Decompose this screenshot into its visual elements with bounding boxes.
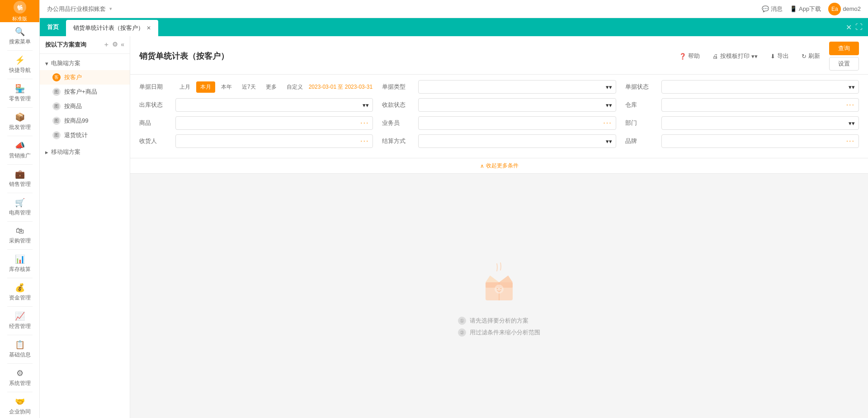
payment-status-label: 收款状态 xyxy=(382,101,418,109)
date-tab-last-month[interactable]: 上月 xyxy=(175,81,194,93)
sidebar-item-sales-mgmt[interactable]: 💼 销售管理 xyxy=(7,165,33,193)
sidebar-item-system-mgmt[interactable]: ⚙ 系统管理 xyxy=(7,364,33,392)
sidebar-item-operations-mgmt[interactable]: 📈 经营管理 xyxy=(7,307,33,335)
wholesale-mgmt-icon: 📦 xyxy=(15,112,25,122)
export-btn[interactable]: ⬇ 导出 xyxy=(767,50,793,62)
tree-item-return-stats[interactable]: 图 退货统计 xyxy=(40,128,130,142)
tab-bar-actions: ✕ ⛶ xyxy=(846,23,868,32)
date-tab-this-month[interactable]: 本月 xyxy=(196,81,215,93)
payment-status-select[interactable]: ▾ xyxy=(418,98,616,112)
sidebar-item-finance-mgmt[interactable]: 💰 资金管理 xyxy=(7,278,33,307)
date-tab-more[interactable]: 更多 xyxy=(262,81,281,93)
print-btn[interactable]: 🖨 按模板打印 ▾ xyxy=(709,50,761,62)
settings-btn[interactable]: 设置 xyxy=(829,57,859,71)
payment-status-arrow: ▾ xyxy=(606,102,612,109)
payment-status-control[interactable]: ▾ xyxy=(418,98,616,112)
sidebar-item-wholesale-mgmt[interactable]: 📦 批发管理 xyxy=(7,108,33,136)
delivery-status-select[interactable]: ▾ xyxy=(175,98,373,112)
enterprise-collab-label: 企业协同 xyxy=(9,408,31,416)
date-tab-this-year[interactable]: 本年 xyxy=(217,81,236,93)
query-btn[interactable]: 查询 xyxy=(829,42,859,55)
sidebar-item-purchase-mgmt[interactable]: 🛍 采购管理 xyxy=(7,222,33,250)
doc-type-control[interactable]: ▾ xyxy=(418,80,616,94)
filter-row-4: 收货人 ··· 结算方式 ▾ 品牌 xyxy=(139,134,859,148)
sidebar-item-quick-nav[interactable]: ⚡ 快捷导航 xyxy=(7,51,33,79)
product-input[interactable]: ··· xyxy=(175,116,373,130)
tree-item-by-customer[interactable]: 客 按客户 xyxy=(40,70,130,85)
salesperson-control[interactable]: ··· xyxy=(418,116,616,130)
sidebar-item-basic-info[interactable]: 📋 基础信息 xyxy=(7,335,33,364)
tree-items: 客 按客户 图 按客户+商品 图 按商品 图 按商品99 图 退货统计 xyxy=(40,70,130,142)
filter-area: 单据日期 上月 本月 本年 近7天 更多 自定义 2023-03-01 至 20… xyxy=(130,75,868,158)
sidebar: 畅 标准版 🔍 搜索菜单 ⚡ 快捷导航 🏪 零售管理 📦 批发管理 📣 营销推广… xyxy=(0,0,40,418)
purchase-mgmt-label: 采购管理 xyxy=(9,237,31,245)
breadcrumb-dropdown-icon[interactable] xyxy=(109,6,112,12)
doc-type-select[interactable]: ▾ xyxy=(418,80,616,94)
date-tab-custom[interactable]: 自定义 xyxy=(283,81,307,93)
doc-status-control[interactable]: ▾ xyxy=(661,80,859,94)
salesperson-input[interactable]: ··· xyxy=(418,116,616,130)
left-panel-title: 按以下方案查询 xyxy=(45,41,86,49)
sidebar-item-search-menu[interactable]: 🔍 搜索菜单 xyxy=(7,22,33,51)
consignee-control[interactable]: ··· xyxy=(175,134,373,148)
page-title-bar: 销货单统计表（按客户） ❓ 帮助 🖨 按模板打印 ▾ ⬇ 导出 xyxy=(130,36,868,75)
date-tabs: 上月 本月 本年 近7天 更多 自定义 2023-03-01 至 2023-03… xyxy=(175,81,373,93)
brand-input[interactable]: ··· xyxy=(661,134,859,148)
empty-tips: ① 请先选择要分析的方案 ② 用过滤条件来缩小分析范围 xyxy=(458,317,540,337)
sidebar-item-retail-mgmt[interactable]: 🏪 零售管理 xyxy=(7,79,33,108)
header-breadcrumb: 办公用品行业模拟账套 xyxy=(47,5,106,13)
svg-point-6 xyxy=(497,288,498,290)
help-btn[interactable]: ❓ 帮助 xyxy=(675,50,703,62)
product-control[interactable]: ··· xyxy=(175,116,373,130)
app-logo[interactable]: 畅 标准版 xyxy=(0,0,40,22)
sales-mgmt-label: 销售管理 xyxy=(9,180,31,188)
page-title: 销货单统计表（按客户） xyxy=(139,51,229,62)
basic-info-icon: 📋 xyxy=(15,340,25,350)
sidebar-item-enterprise-collab[interactable]: 🤝 企业协同 xyxy=(7,392,33,418)
tab-sales-stat-label: 销货单统计计表（按客户） xyxy=(73,24,144,32)
date-tab-last-7-days[interactable]: 近7天 xyxy=(238,81,260,93)
tree-item-by-product[interactable]: 图 按商品 xyxy=(40,99,130,114)
warehouse-control[interactable]: ··· xyxy=(661,98,859,112)
tab-expand-btn[interactable]: ⛶ xyxy=(855,23,863,31)
tab-close-icon[interactable]: ✕ xyxy=(146,25,151,31)
print-dropdown-icon: ▾ xyxy=(751,53,758,60)
retail-mgmt-icon: 🏪 xyxy=(15,84,25,94)
collapse-panel-btn[interactable]: « xyxy=(121,41,124,49)
mobile-scheme-arrow: ▸ xyxy=(45,149,48,156)
sidebar-item-marketing[interactable]: 📣 营销推广 xyxy=(7,136,33,165)
empty-tip-1: ① 请先选择要分析的方案 xyxy=(458,317,540,325)
page-content: 按以下方案查询 ＋ ⚙ « ▾ 电脑端方案 客 按客户 图 按客户+商品 图 按… xyxy=(40,36,868,418)
system-mgmt-icon: ⚙ xyxy=(16,368,24,378)
department-arrow: ▾ xyxy=(849,120,855,127)
doc-status-label: 单据状态 xyxy=(625,83,661,91)
tab-close-btn[interactable]: ✕ xyxy=(846,23,852,32)
by-product-icon: 图 xyxy=(52,102,61,110)
sidebar-item-inventory-check[interactable]: 📊 库存核算 xyxy=(7,250,33,278)
department-control[interactable]: ▾ xyxy=(661,116,859,130)
tree-item-by-customer-product[interactable]: 图 按客户+商品 xyxy=(40,85,130,99)
tab-bar: 首页 销货单统计计表（按客户） ✕ ✕ ⛶ xyxy=(40,18,868,36)
mobile-scheme-group[interactable]: ▸ 移动端方案 xyxy=(40,145,130,159)
settlement-select[interactable]: ▾ xyxy=(418,134,616,148)
tab-sales-stat[interactable]: 销货单统计计表（按客户） ✕ xyxy=(66,20,158,36)
message-btn[interactable]: 💬 消息 xyxy=(762,5,783,13)
refresh-btn[interactable]: ↻ 刷新 xyxy=(798,50,824,62)
warehouse-input[interactable]: ··· xyxy=(661,98,859,112)
department-select[interactable]: ▾ xyxy=(661,116,859,130)
settlement-control[interactable]: ▾ xyxy=(418,134,616,148)
delivery-status-control[interactable]: ▾ xyxy=(175,98,373,112)
consignee-input[interactable]: ··· xyxy=(175,134,373,148)
tab-home[interactable]: 首页 xyxy=(40,18,66,36)
scheme-settings-btn[interactable]: ⚙ xyxy=(112,41,118,49)
brand-control[interactable]: ··· xyxy=(661,134,859,148)
doc-status-select[interactable]: ▾ xyxy=(661,80,859,94)
tree-item-by-product-99[interactable]: 图 按商品99 xyxy=(40,114,130,128)
add-scheme-btn[interactable]: ＋ xyxy=(103,41,109,49)
sidebar-item-ecommerce-mgmt[interactable]: 🛒 电商管理 xyxy=(7,193,33,222)
app-download-btn[interactable]: 📱 App下载 xyxy=(790,5,821,13)
user-profile-btn[interactable]: Ea demo2 xyxy=(828,3,861,15)
collapse-bar[interactable]: ∧ 收起更多条件 xyxy=(130,158,868,174)
avatar-text: Ea xyxy=(831,6,838,12)
desktop-scheme-group[interactable]: ▾ 电脑端方案 xyxy=(40,57,130,70)
